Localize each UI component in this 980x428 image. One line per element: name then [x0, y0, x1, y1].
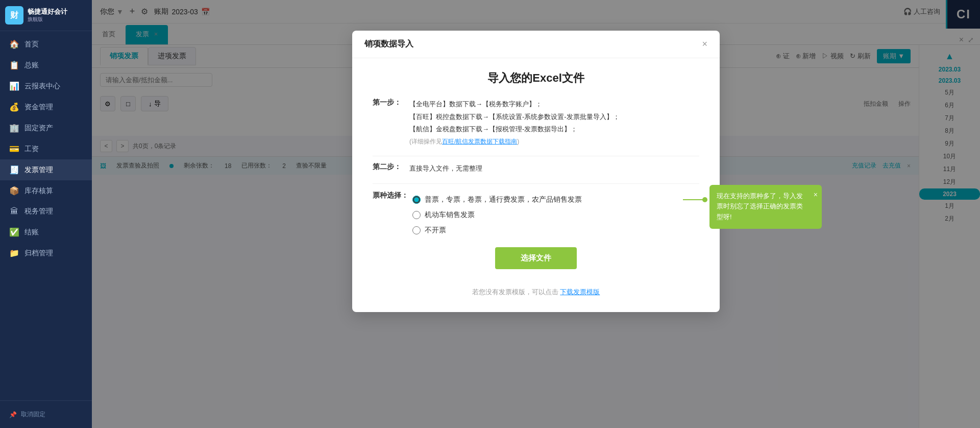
logo-icon: 财 — [5, 6, 23, 25]
cloud-report-icon: 📊 — [9, 81, 19, 91]
tooltip-close-btn[interactable]: × — [814, 189, 818, 200]
step2-content: 直接导入文件，无需整理 — [409, 162, 482, 175]
step1-line3: 【航信】金税盘数据下载→【报税管理-发票数据导出】； — [409, 123, 620, 136]
sidebar-bottom: 📌 取消固定 — [0, 400, 92, 428]
logo-text-block: 畅捷通好会计 旗舰版 — [28, 8, 67, 23]
modal-divider1 — [373, 156, 699, 156]
sidebar-item-archive[interactable]: 📁 归档管理 — [0, 243, 92, 264]
radio-row-3: 不开票 — [412, 226, 582, 235]
unpin-label: 取消固定 — [21, 410, 45, 419]
radio-input-2[interactable] — [412, 211, 421, 219]
modal-step2: 第二步： 直接导入文件，无需整理 — [373, 162, 699, 175]
download-note-text: 若您没有发票模版，可以点击 — [472, 288, 558, 296]
select-file-btn[interactable]: 选择文件 — [495, 247, 577, 269]
download-template-link[interactable]: 下载发票模版 — [560, 288, 600, 296]
radio-input-3[interactable] — [412, 226, 421, 234]
sidebar-item-archive-label: 归档管理 — [24, 249, 53, 258]
radio-label-2: 机动车销售发票 — [425, 210, 475, 220]
step1-note: (详细操作见百旺/航信发票数据下载指南) — [409, 136, 620, 148]
invoice-icon: 🧾 — [9, 165, 19, 175]
radio-group: 普票，专票，卷票，通行费发票，农产品销售发票 现在支持的票种多了，导入发票时别忘… — [412, 195, 582, 235]
modal-step1: 第一步： 【全电平台】数据下载→【税务数字账户】； 【百旺】税控盘数据下载→【系… — [373, 98, 699, 148]
main-area: 你您 ▼ + ⚙ 账期 2023-03 📅 🎧 人工咨询 👤 用友 — [92, 0, 980, 428]
modal-divider2 — [373, 183, 699, 184]
modal-close-btn[interactable]: × — [702, 39, 707, 50]
radio-row-1: 普票，专票，卷票，通行费发票，农产品销售发票 现在支持的票种多了，导入发票时别忘… — [412, 195, 582, 204]
sidebar-logo: 财 畅捷通好会计 旗舰版 — [0, 0, 92, 31]
sidebar-item-ledger[interactable]: 📋 总账 — [0, 55, 92, 76]
ledger-icon: 📋 — [9, 60, 19, 70]
sidebar-item-inventory-label: 库存核算 — [24, 186, 53, 196]
step1-line2: 【百旺】税控盘数据下载→【系统设置-系统参数设置-发票批量导入】； — [409, 111, 620, 124]
sidebar-item-settle-label: 结账 — [24, 228, 39, 237]
sidebar-item-cloud-report-label: 云报表中心 — [24, 82, 60, 91]
sidebar-item-settle[interactable]: ✅ 结账 — [0, 222, 92, 243]
ticket-type-section: 票种选择： 普票，专票，卷票，通行费发票，农产品销售发票 — [373, 190, 699, 235]
download-guide-link[interactable]: 百旺/航信发票数据下载指南 — [442, 138, 517, 145]
unpin-button[interactable]: 📌 取消固定 — [5, 406, 87, 423]
home-icon: 🏠 — [9, 39, 19, 49]
modal-footer: 选择文件 — [373, 247, 699, 279]
sidebar-item-inventory[interactable]: 📦 库存核算 — [0, 180, 92, 201]
sidebar-item-home-label: 首页 — [24, 40, 39, 49]
sidebar-item-fund[interactable]: 💰 资金管理 — [0, 97, 92, 117]
sidebar-item-salary-label: 工资 — [24, 145, 39, 154]
step1-line1: 【全电平台】数据下载→【税务数字账户】； — [409, 98, 620, 111]
sidebar-item-home[interactable]: 🏠 首页 — [0, 34, 92, 55]
modal-title: 销项数据导入 — [364, 39, 413, 50]
radio-label-3: 不开票 — [425, 226, 446, 235]
modal-body: 导入您的Excel文件 第一步： 【全电平台】数据下载→【税务数字账户】； 【百… — [352, 58, 720, 312]
modal-overlay: 销项数据导入 × 导入您的Excel文件 第一步： 【全电平台】数据下载→【税务… — [92, 0, 980, 428]
step1-content: 【全电平台】数据下载→【税务数字账户】； 【百旺】税控盘数据下载→【系统设置-系… — [409, 98, 620, 148]
sidebar: 财 畅捷通好会计 旗舰版 🏠 首页 📋 总账 📊 云报表中心 💰 资金管理 — [0, 0, 92, 428]
archive-icon: 📁 — [9, 248, 19, 258]
tooltip-dot — [702, 197, 707, 202]
tooltip-bubble: 现在支持的票种多了，导入发票时别忘了选择正确的发票类型呀! × — [709, 185, 822, 229]
radio-input-1[interactable] — [412, 196, 421, 204]
tooltip-text: 现在支持的票种多了，导入发票时别忘了选择正确的发票类型呀! — [717, 192, 803, 221]
sidebar-item-tax-label: 税务管理 — [24, 207, 53, 216]
salary-icon: 💳 — [9, 144, 19, 154]
sidebar-item-tax[interactable]: 🏛 税务管理 — [0, 201, 92, 222]
sidebar-item-salary[interactable]: 💳 工资 — [0, 138, 92, 159]
modal-header: 销项数据导入 × — [352, 31, 720, 58]
sidebar-navigation: 🏠 首页 📋 总账 📊 云报表中心 💰 资金管理 🏢 固定资产 💳 工资 — [0, 31, 92, 400]
sidebar-item-fixed-assets[interactable]: 🏢 固定资产 — [0, 117, 92, 138]
pin-icon: 📌 — [9, 411, 17, 418]
import-modal: 销项数据导入 × 导入您的Excel文件 第一步： 【全电平台】数据下载→【税务… — [352, 31, 720, 312]
ticket-type-label: 票种选择： — [373, 190, 408, 200]
step1-label: 第一步： — [373, 98, 403, 148]
sidebar-item-ledger-label: 总账 — [24, 61, 39, 70]
settle-icon: ✅ — [9, 227, 19, 237]
inventory-icon: 📦 — [9, 186, 19, 196]
logo-title: 畅捷通好会计 — [28, 8, 67, 16]
sidebar-item-fund-label: 资金管理 — [24, 103, 53, 112]
sidebar-item-cloud-report[interactable]: 📊 云报表中心 — [0, 76, 92, 97]
step2-label: 第二步： — [373, 162, 403, 175]
download-note: 若您没有发票模版，可以点击 下载发票模版 — [373, 288, 699, 297]
modal-import-title: 导入您的Excel文件 — [373, 70, 699, 86]
sidebar-item-invoice-label: 发票管理 — [24, 165, 53, 175]
logo-subtitle: 旗舰版 — [28, 16, 67, 23]
radio-label-1: 普票，专票，卷票，通行费发票，农产品销售发票 — [425, 195, 582, 204]
tax-icon: 🏛 — [9, 207, 19, 216]
sidebar-item-fixed-assets-label: 固定资产 — [24, 124, 53, 133]
fund-icon: 💰 — [9, 102, 19, 112]
fixed-assets-icon: 🏢 — [9, 123, 19, 133]
radio-row-2: 机动车销售发票 — [412, 210, 582, 220]
sidebar-item-invoice[interactable]: 🧾 发票管理 — [0, 159, 92, 180]
tooltip-line — [683, 199, 703, 200]
